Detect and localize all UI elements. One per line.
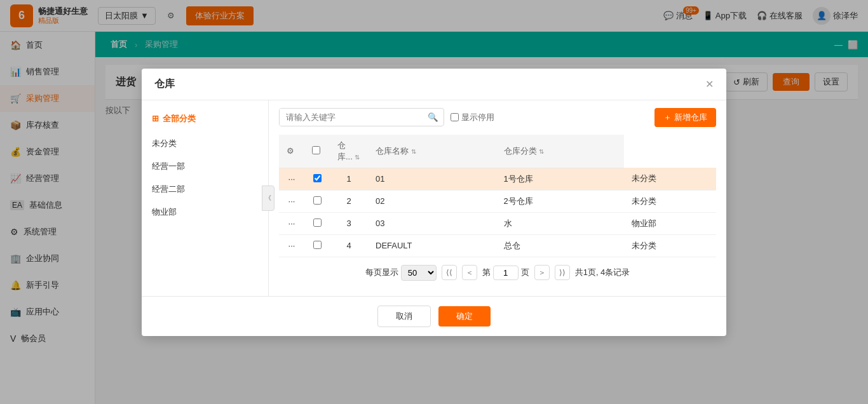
- modal-overlay: 仓库 ✕ ⊞ 全部分类 未分类 经营一部 经营二部 物业部 《: [0, 0, 868, 404]
- cancel-button[interactable]: 取消: [377, 306, 431, 327]
- category-header: ⊞ 全部分类: [142, 108, 268, 132]
- row-checkbox[interactable]: [304, 234, 330, 257]
- collapse-panel-button[interactable]: 《: [262, 185, 275, 211]
- modal-title: 仓库: [154, 77, 175, 91]
- prev-page-button[interactable]: ＜: [462, 265, 477, 280]
- category-item-op2[interactable]: 经营二部: [142, 178, 268, 201]
- page-input: 第 页: [482, 266, 529, 280]
- search-box: 🔍: [279, 108, 444, 126]
- category-item-unclassified[interactable]: 未分类: [142, 132, 268, 155]
- show-disabled-label[interactable]: 显示停用: [451, 112, 494, 123]
- pagination: 每页显示 102050100 ⟨⟨ ＜ 第 页 ＞ ⟩⟩ 共1页, 4条记录: [279, 257, 716, 288]
- modal-close-button[interactable]: ✕: [705, 78, 714, 90]
- th-name[interactable]: 仓库名称 ⇅: [368, 135, 496, 168]
- category-panel: ⊞ 全部分类 未分类 经营一部 经营二部 物业部 《: [142, 100, 269, 296]
- row-checkbox[interactable]: [304, 168, 330, 190]
- sort-icon: ⇅: [355, 154, 360, 161]
- right-panel: 🔍 显示停用 ＋ 新增仓库 ⚙: [269, 100, 726, 296]
- row-category: 未分类: [624, 190, 716, 212]
- next-page-button[interactable]: ＞: [534, 265, 550, 280]
- total-pages: 共1页, 4条记录: [575, 267, 630, 278]
- modal-header: 仓库 ✕: [142, 69, 726, 100]
- row-options[interactable]: ···: [279, 212, 304, 234]
- row-options[interactable]: ···: [279, 168, 304, 190]
- show-disabled-checkbox[interactable]: [451, 113, 459, 121]
- search-input[interactable]: [280, 109, 423, 126]
- row-options[interactable]: ···: [279, 190, 304, 212]
- row-code: 03: [368, 212, 496, 234]
- row-category: 物业部: [624, 212, 716, 234]
- grid-icon: ⊞: [152, 114, 159, 123]
- row-checkbox[interactable]: [304, 212, 330, 234]
- category-item-property[interactable]: 物业部: [142, 201, 268, 224]
- row-num: 1: [330, 168, 368, 190]
- row-options[interactable]: ···: [279, 234, 304, 257]
- modal-footer: 取消 确定: [142, 296, 726, 336]
- table-row[interactable]: ··· 2 02 2号仓库 未分类: [279, 190, 716, 212]
- warehouse-modal: 仓库 ✕ ⊞ 全部分类 未分类 经营一部 经营二部 物业部 《: [142, 69, 726, 336]
- row-name: 1号仓库: [496, 168, 625, 190]
- select-all-checkbox[interactable]: [312, 146, 320, 154]
- sort-icon-name: ⇅: [411, 148, 416, 155]
- row-num: 4: [330, 234, 368, 257]
- category-item-op1[interactable]: 经营一部: [142, 155, 268, 178]
- toolbar: 🔍 显示停用 ＋ 新增仓库: [279, 108, 716, 127]
- th-checkbox: [304, 135, 330, 168]
- table-row[interactable]: ··· 3 03 水 物业部: [279, 212, 716, 234]
- row-code: DEFAULT: [368, 234, 496, 257]
- modal-body: ⊞ 全部分类 未分类 经营一部 经营二部 物业部 《 🔍: [142, 100, 726, 296]
- row-category: 未分类: [624, 234, 716, 257]
- sort-icon-category: ⇅: [539, 148, 544, 155]
- table-row[interactable]: ··· 1 01 1号仓库 未分类: [279, 168, 716, 190]
- first-page-button[interactable]: ⟨⟨: [442, 265, 457, 280]
- last-page-button[interactable]: ⟩⟩: [555, 265, 570, 280]
- row-num: 3: [330, 212, 368, 234]
- table-scroll: ⚙ 仓库... ⇅ 仓库名称 ⇅: [279, 135, 716, 257]
- row-code: 02: [368, 190, 496, 212]
- th-settings: ⚙: [279, 135, 304, 168]
- th-category[interactable]: 仓库分类 ⇅: [496, 135, 625, 168]
- warehouse-table: ⚙ 仓库... ⇅ 仓库名称 ⇅: [279, 135, 716, 257]
- search-button[interactable]: 🔍: [423, 109, 444, 126]
- page-number-input[interactable]: [493, 266, 519, 280]
- new-warehouse-button[interactable]: ＋ 新增仓库: [654, 108, 716, 127]
- row-name: 总仓: [496, 234, 625, 257]
- row-num: 2: [330, 190, 368, 212]
- confirm-button[interactable]: 确定: [438, 306, 491, 327]
- row-category: 未分类: [624, 168, 716, 190]
- row-code: 01: [368, 168, 496, 190]
- row-name: 水: [496, 212, 625, 234]
- th-num[interactable]: 仓库... ⇅: [330, 135, 368, 168]
- row-name: 2号仓库: [496, 190, 625, 212]
- page-size-dropdown[interactable]: 102050100: [401, 265, 437, 281]
- table-row[interactable]: ··· 4 DEFAULT 总仓 未分类: [279, 234, 716, 257]
- row-checkbox[interactable]: [304, 190, 330, 212]
- page-size-select: 每页显示 102050100: [365, 265, 437, 281]
